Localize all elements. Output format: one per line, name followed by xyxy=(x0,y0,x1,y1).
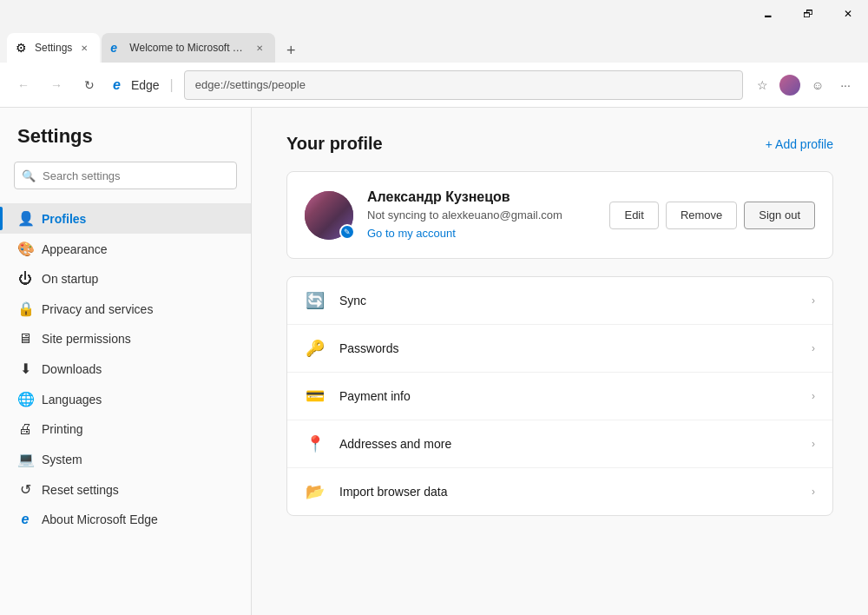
tab-settings[interactable]: ⚙ Settings ✕ xyxy=(7,33,100,63)
profile-avatar-button[interactable] xyxy=(778,73,802,97)
content-header: Your profile + Add profile xyxy=(286,134,833,154)
addresses-row[interactable]: 📍 Addresses and more › xyxy=(287,420,832,468)
passwords-label: Passwords xyxy=(339,341,798,355)
sync-row[interactable]: 🔄 Sync › xyxy=(287,277,832,325)
site-permissions-label: Site permissions xyxy=(42,332,131,346)
sidebar-item-printing[interactable]: 🖨 Printing xyxy=(0,414,251,444)
address-bar-icons: ☆ ☺ ··· xyxy=(750,73,858,97)
sidebar-item-site-permissions[interactable]: 🖥 Site permissions xyxy=(0,324,251,354)
appearance-icon: 🎨 xyxy=(17,241,33,257)
reset-label: Reset settings xyxy=(42,483,119,497)
tabs-bar: ⚙ Settings ✕ e Welcome to Microsoft Edge… xyxy=(0,28,868,63)
maximize-button[interactable]: 🗗 xyxy=(788,0,828,28)
page-title: Your profile xyxy=(286,134,383,154)
sync-label: Sync xyxy=(339,294,798,308)
profile-account-link[interactable]: Go to my account xyxy=(367,227,456,240)
sign-out-button[interactable]: Sign out xyxy=(744,202,815,229)
on-startup-icon: ⏻ xyxy=(17,271,33,287)
search-icon: 🔍 xyxy=(22,169,36,182)
tab-settings-close[interactable]: ✕ xyxy=(77,41,91,55)
close-button[interactable]: ✕ xyxy=(828,0,868,28)
add-profile-button[interactable]: + Add profile xyxy=(766,137,833,151)
languages-label: Languages xyxy=(42,393,102,407)
refresh-button[interactable]: ↻ xyxy=(76,72,102,98)
about-label: About Microsoft Edge xyxy=(42,512,158,526)
import-row[interactable]: 📂 Import browser data › xyxy=(287,468,832,515)
settings-title: Settings xyxy=(0,125,251,162)
sidebar-item-on-startup[interactable]: ⏻ On startup xyxy=(0,264,251,294)
avatar: ✎ xyxy=(305,191,353,240)
profiles-label: Profiles xyxy=(42,212,86,226)
printing-label: Printing xyxy=(42,422,82,436)
passwords-row[interactable]: 🔑 Passwords › xyxy=(287,325,832,373)
site-permissions-icon: 🖥 xyxy=(17,331,33,347)
search-input[interactable] xyxy=(14,162,237,189)
sidebar-item-appearance[interactable]: 🎨 Appearance xyxy=(0,234,251,264)
remove-button[interactable]: Remove xyxy=(666,202,737,229)
sync-icon: 🔄 xyxy=(305,291,326,310)
edge-brand-text: Edge xyxy=(131,78,160,92)
title-bar: 🗕 🗗 ✕ xyxy=(0,0,868,28)
sidebar-item-languages[interactable]: 🌐 Languages xyxy=(0,384,251,414)
languages-icon: 🌐 xyxy=(17,391,33,407)
edge-logo-icon: e xyxy=(113,77,121,93)
profile-actions: Edit Remove Sign out xyxy=(609,202,815,229)
emoji-button[interactable]: ☺ xyxy=(806,73,830,97)
avatar-badge: ✎ xyxy=(339,224,355,240)
profiles-icon: 👤 xyxy=(17,210,33,227)
forward-button[interactable]: → xyxy=(43,72,69,98)
settings-list: 🔄 Sync › 🔑 Passwords › 💳 Payment info › … xyxy=(286,276,833,516)
tab-welcome[interactable]: e Welcome to Microsoft Edge De ✕ xyxy=(102,33,275,63)
tab-settings-title: Settings xyxy=(35,42,72,54)
addresses-icon: 📍 xyxy=(305,434,326,453)
printing-icon: 🖨 xyxy=(17,421,33,437)
profile-card: ✎ Александр Кузнецов Not syncing to alex… xyxy=(286,171,833,259)
payment-label: Payment info xyxy=(339,389,798,403)
passwords-arrow-icon: › xyxy=(812,342,815,354)
reset-icon: ↺ xyxy=(17,481,33,498)
addresses-label: Addresses and more xyxy=(339,437,798,451)
sidebar-item-system[interactable]: 💻 System xyxy=(0,444,251,474)
sync-arrow-icon: › xyxy=(812,294,815,307)
tab-welcome-title: Welcome to Microsoft Edge De xyxy=(129,42,247,54)
payment-icon: 💳 xyxy=(305,387,326,406)
sidebar-item-about[interactable]: e About Microsoft Edge xyxy=(0,505,251,534)
profile-info: Александр Кузнецов Not syncing to alexke… xyxy=(367,189,595,241)
privacy-icon: 🔒 xyxy=(17,301,33,317)
appearance-label: Appearance xyxy=(42,242,108,256)
profile-status: Not syncing to alexkeuano@gmail.com xyxy=(367,208,595,222)
downloads-label: Downloads xyxy=(42,362,102,376)
content-area: Your profile + Add profile ✎ Александр К… xyxy=(252,108,868,615)
settings-favicon: ⚙ xyxy=(16,41,30,55)
new-tab-button[interactable]: + xyxy=(277,38,305,63)
main-layout: Settings 🔍 👤 Profiles 🎨 Appearance ⏻ On … xyxy=(0,108,868,615)
payment-row[interactable]: 💳 Payment info › xyxy=(287,373,832,420)
sidebar-item-reset[interactable]: ↺ Reset settings xyxy=(0,474,251,505)
address-bar: ← → ↻ e Edge | edge://settings/people ☆ … xyxy=(0,63,868,108)
address-divider: | xyxy=(170,77,174,93)
system-icon: 💻 xyxy=(17,451,33,467)
tab-welcome-close[interactable]: ✕ xyxy=(253,41,266,55)
favorite-button[interactable]: ☆ xyxy=(750,73,774,97)
import-icon: 📂 xyxy=(305,482,326,501)
sidebar-item-downloads[interactable]: ⬇ Downloads xyxy=(0,354,251,384)
search-box: 🔍 xyxy=(14,162,237,189)
addresses-arrow-icon: › xyxy=(812,438,815,450)
downloads-icon: ⬇ xyxy=(17,360,33,377)
sidebar: Settings 🔍 👤 Profiles 🎨 Appearance ⏻ On … xyxy=(0,108,252,615)
menu-button[interactable]: ··· xyxy=(833,73,858,97)
sidebar-item-profiles[interactable]: 👤 Profiles xyxy=(0,203,251,234)
address-field[interactable]: edge://settings/people xyxy=(184,70,743,100)
back-button[interactable]: ← xyxy=(10,72,36,98)
edit-button[interactable]: Edit xyxy=(609,202,658,229)
about-edge-icon: e xyxy=(17,512,33,527)
profile-name: Александр Кузнецов xyxy=(367,189,595,205)
passwords-icon: 🔑 xyxy=(305,339,326,358)
import-arrow-icon: › xyxy=(812,486,815,498)
on-startup-label: On startup xyxy=(42,272,98,286)
privacy-label: Privacy and services xyxy=(42,302,153,316)
sidebar-item-privacy[interactable]: 🔒 Privacy and services xyxy=(0,294,251,324)
title-bar-controls: 🗕 🗗 ✕ xyxy=(748,0,868,28)
minimize-button[interactable]: 🗕 xyxy=(748,0,788,28)
address-url-text: edge://settings/people xyxy=(195,78,306,91)
